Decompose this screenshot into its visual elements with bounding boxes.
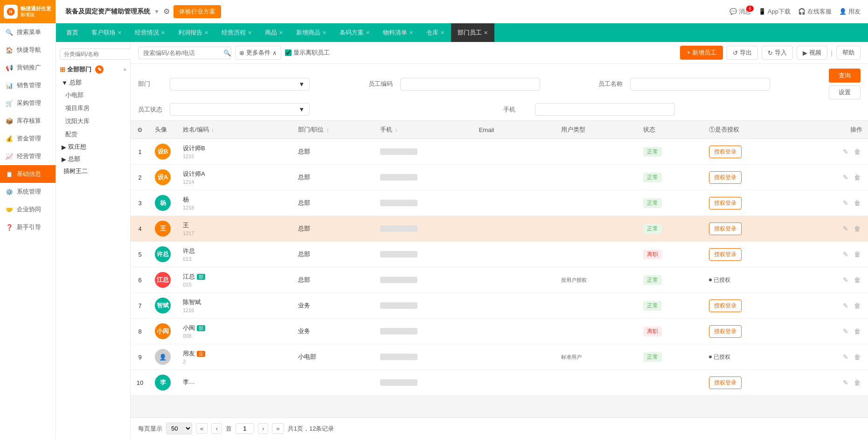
filter-phone-input[interactable] <box>535 103 675 116</box>
sidebar-item-guide[interactable]: ❓ 新手引导 <box>0 218 56 236</box>
gear-icon[interactable]: ⚙ <box>163 7 170 16</box>
show-resigned-input[interactable] <box>285 49 292 56</box>
filter-emp-code-input[interactable] <box>400 78 540 91</box>
close-icon[interactable]: ✕ <box>440 30 444 36</box>
topbar-dropdown-icon[interactable]: ▼ <box>154 8 160 15</box>
auth-login-button[interactable]: 授权登录 <box>709 248 742 261</box>
auth-login-button[interactable]: 授权登录 <box>709 197 742 209</box>
sidebar-item-inventory[interactable]: 📦 库存核算 <box>0 112 56 130</box>
dept-all-header[interactable]: ⊞ 全部部门 ✎ « <box>56 63 130 77</box>
delete-button[interactable]: 🗑 <box>852 275 862 285</box>
close-icon[interactable]: ✕ <box>204 30 208 36</box>
auth-login-button[interactable]: 授权登录 <box>709 325 742 338</box>
close-icon[interactable]: ✕ <box>484 30 488 36</box>
search-input[interactable] <box>143 49 222 56</box>
tab-material[interactable]: 物料清单 ✕ <box>376 23 420 42</box>
edit-button[interactable]: ✎ <box>841 378 850 387</box>
edit-button[interactable]: ✎ <box>841 147 850 156</box>
close-icon[interactable]: ✕ <box>161 30 165 36</box>
dept-edit-icon[interactable]: ✎ <box>95 65 104 74</box>
edit-button[interactable]: ✎ <box>841 301 850 310</box>
sidebar-item-company[interactable]: 🤝 企业协同 <box>0 201 56 218</box>
close-icon[interactable]: ✕ <box>118 30 122 36</box>
view-button[interactable]: ▶ 视频 <box>797 46 827 60</box>
delete-button[interactable]: 🗑 <box>852 250 862 259</box>
dept-section-hq-title[interactable]: ▼ 总部 <box>56 77 130 89</box>
close-icon[interactable]: ✕ <box>279 30 283 36</box>
export-button[interactable]: ↺ 导出 <box>727 46 758 60</box>
edit-button[interactable]: ✎ <box>841 352 850 362</box>
tab-employees[interactable]: 部门员工 ✕ <box>451 23 494 42</box>
sidebar-item-search[interactable]: 🔍 搜索菜单 <box>0 23 56 41</box>
delete-button[interactable]: 🗑 <box>852 147 862 156</box>
sidebar-item-finance[interactable]: 💰 资金管理 <box>0 130 56 147</box>
tab-history[interactable]: 经营历程 ✕ <box>215 23 258 42</box>
sidebar-item-basic[interactable]: 📋 基础信息 <box>0 165 56 183</box>
tab-barcode[interactable]: 条码方案 ✕ <box>333 23 376 42</box>
sidebar-item-operation[interactable]: 📈 经营管理 <box>0 147 56 165</box>
auth-login-button[interactable]: 授权登录 <box>709 171 742 184</box>
message-button[interactable]: 💬 消息 6 <box>729 7 751 16</box>
tab-add-goods[interactable]: 新增商品 ✕ <box>290 23 333 42</box>
show-resigned-checkbox[interactable]: 显示离职员工 <box>285 49 330 57</box>
query-button[interactable]: 查询 <box>829 69 861 83</box>
dept-section-general-title[interactable]: ▶ 总部 <box>56 153 130 165</box>
sidebar-item-system[interactable]: ⚙️ 系统管理 <box>0 183 56 201</box>
delete-button[interactable]: 🗑 <box>852 198 862 208</box>
delete-button[interactable]: 🗑 <box>852 352 862 362</box>
dept-item-project[interactable]: 项目库房 <box>56 102 130 115</box>
col-phone-header[interactable]: 手机 ↕ <box>375 121 473 139</box>
col-name-header[interactable]: 姓名/编码 ↕ <box>177 121 292 139</box>
delete-button[interactable]: 🗑 <box>852 301 862 310</box>
edit-button[interactable]: ✎ <box>841 198 850 208</box>
close-icon[interactable]: ✕ <box>366 30 370 36</box>
auth-login-button[interactable]: 授权登录 <box>709 146 742 158</box>
search-icon[interactable]: 🔍 <box>223 49 231 56</box>
page-number-input[interactable] <box>236 423 254 434</box>
trial-button[interactable]: 体验行业方案 <box>174 5 221 18</box>
dept-item-shenyang[interactable]: 沈阳大库 <box>56 115 130 128</box>
tab-customer[interactable]: 客户联络 ✕ <box>85 23 128 42</box>
first-page-button[interactable]: « <box>196 423 208 434</box>
delete-button[interactable]: 🗑 <box>852 173 862 182</box>
sidebar-item-purchase[interactable]: 🛒 采购管理 <box>0 94 56 112</box>
delete-button[interactable]: 🗑 <box>852 378 862 387</box>
dept-search-input[interactable] <box>60 49 138 60</box>
tab-profit[interactable]: 利润报告 ✕ <box>172 23 215 42</box>
set-button[interactable]: 设置 <box>829 85 861 99</box>
help-button[interactable]: 帮助 <box>836 46 861 60</box>
edit-button[interactable]: ✎ <box>841 250 850 259</box>
dept-item-xiaodian[interactable]: 小电部 <box>56 89 130 102</box>
auth-login-button[interactable]: 授权登录 <box>709 223 742 235</box>
tab-goods[interactable]: 商品 ✕ <box>258 23 290 42</box>
tab-warehouse[interactable]: 仓库 ✕ <box>420 23 451 42</box>
online-service-button[interactable]: 🎧 在线客服 <box>798 7 832 16</box>
dept-item-distribution[interactable]: 配货 <box>56 128 130 141</box>
close-icon[interactable]: ✕ <box>322 30 326 36</box>
col-dept-header[interactable]: 部门/职位 ↕ <box>292 121 375 139</box>
auth-login-button[interactable]: 授权登录 <box>709 300 742 312</box>
next-page-button[interactable]: › <box>258 423 268 434</box>
sidebar-item-sales[interactable]: 📊 销售管理 <box>0 77 56 94</box>
import-button[interactable]: ↻ 导入 <box>762 46 793 60</box>
filter-dept-select[interactable]: ▼ <box>170 78 310 91</box>
edit-button[interactable]: ✎ <box>841 224 850 233</box>
tab-operation[interactable]: 经营情况 ✕ <box>128 23 172 42</box>
app-download-button[interactable]: 📱 App下载 <box>758 7 791 16</box>
prev-page-button[interactable]: ‹ <box>211 423 222 434</box>
edit-button[interactable]: ✎ <box>841 173 850 182</box>
auth-login-button[interactable]: 授权登录 <box>709 376 742 389</box>
sidebar-item-marketing[interactable]: 📢 营销推广 <box>0 59 56 77</box>
page-size-select[interactable]: 50 20 100 <box>166 423 192 434</box>
filter-status-select[interactable]: ▼ <box>170 103 310 116</box>
dept-collapse-icon[interactable]: « <box>123 66 126 73</box>
add-employee-button[interactable]: + 新增员工 <box>680 46 722 60</box>
delete-button[interactable]: 🗑 <box>852 327 862 336</box>
dept-section-shuangzhuang-title[interactable]: ▶ 双庄想 <box>56 141 130 153</box>
edit-button[interactable]: ✎ <box>841 275 850 285</box>
delete-button[interactable]: 🗑 <box>852 224 862 233</box>
edit-button[interactable]: ✎ <box>841 327 850 336</box>
sidebar-item-shortcut[interactable]: 🏠 快捷导航 <box>0 41 56 59</box>
close-icon[interactable]: ✕ <box>248 30 252 36</box>
dept-section-chashuwang-title[interactable]: 插树王二 <box>56 165 130 177</box>
